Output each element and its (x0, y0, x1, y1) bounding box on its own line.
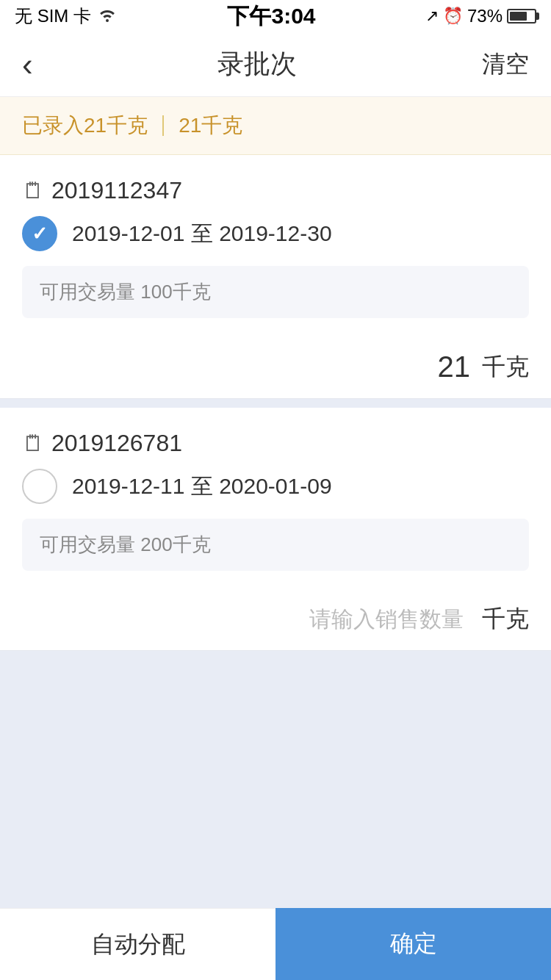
quantity-value-1: 21 (438, 350, 471, 383)
batch-id-1: 2019112347 (51, 177, 182, 204)
radio-btn-1[interactable] (22, 216, 57, 251)
batch-doc-icon-2: 🗒 (22, 431, 44, 456)
batch-section-1: 🗒 2019112347 2019-12-01 至 2019-12-30 可用交… (0, 155, 551, 318)
batch-card-1: 🗒 2019112347 2019-12-01 至 2019-12-30 可用交… (0, 155, 551, 399)
section-divider-1 (0, 399, 551, 408)
status-bar: 无 SIM 卡 下午3:04 ↗ ⏰ 73% (0, 0, 551, 32)
date-range-1: 2019-12-01 至 2019-12-30 (72, 219, 332, 249)
alarm-icon: ⏰ (443, 7, 463, 26)
date-range-2: 2019-12-11 至 2020-01-09 (72, 472, 332, 502)
availability-2: 可用交易量 200千克 (22, 519, 529, 571)
location-icon: ↗ (425, 7, 439, 26)
quantity-row-1: 21 千克 (0, 336, 551, 399)
wifi-icon (97, 6, 118, 26)
nav-bar: ‹ 录批次 清空 (0, 32, 551, 97)
quantity-input-2[interactable] (22, 607, 475, 632)
batch-id-2: 2019126781 (51, 430, 182, 457)
time-display: 下午3:04 (227, 1, 315, 32)
info-divider (162, 115, 164, 136)
unit-label-2: 千克 (482, 603, 529, 635)
auto-distribute-button[interactable]: 自动分配 (0, 908, 276, 980)
batch-card-2: 🗒 2019126781 2019-12-11 至 2020-01-09 可用交… (0, 408, 551, 651)
total-amount: 21千克 (179, 112, 242, 140)
recorded-amount: 已录入21千克 (22, 112, 148, 140)
section-divider-2 (0, 651, 551, 660)
batch-header-1: 🗒 2019112347 (22, 177, 529, 204)
bottom-bar: 自动分配 确定 (0, 908, 551, 980)
page-title: 录批次 (217, 46, 297, 82)
batch-section-2: 🗒 2019126781 2019-12-11 至 2020-01-09 可用交… (0, 408, 551, 571)
availability-1: 可用交易量 100千克 (22, 266, 529, 318)
batch-row-1: 2019-12-01 至 2019-12-30 (22, 216, 529, 251)
status-left: 无 SIM 卡 (15, 4, 118, 28)
back-button[interactable]: ‹ (22, 46, 33, 83)
batch-doc-icon-1: 🗒 (22, 179, 44, 203)
battery-percent: 73% (467, 6, 503, 26)
clear-button[interactable]: 清空 (482, 48, 529, 81)
batch-header-2: 🗒 2019126781 (22, 430, 529, 457)
no-sim-label: 无 SIM 卡 (15, 4, 91, 28)
quantity-input-row-2: 千克 (0, 588, 551, 651)
status-right: ↗ ⏰ 73% (425, 6, 536, 26)
radio-btn-2[interactable] (22, 469, 57, 504)
quantity-unit-1: 千克 (482, 351, 529, 383)
battery-icon (507, 9, 536, 24)
batch-row-2: 2019-12-11 至 2020-01-09 (22, 469, 529, 504)
confirm-button[interactable]: 确定 (276, 908, 551, 980)
info-banner: 已录入21千克 21千克 (0, 97, 551, 155)
